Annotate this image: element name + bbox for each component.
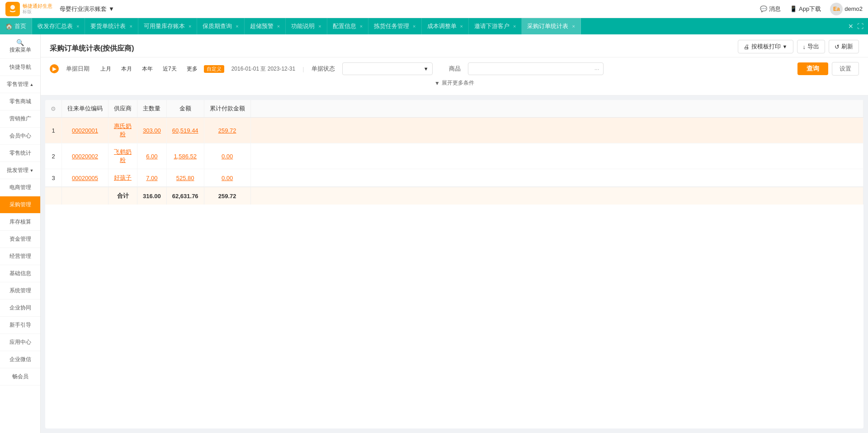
close-icon[interactable]: × <box>572 24 575 29</box>
supplier-code-link[interactable]: 00020002 <box>72 153 98 160</box>
close-icon[interactable]: × <box>318 24 321 29</box>
close-icon[interactable]: × <box>513 24 516 29</box>
tab-order-summary[interactable]: 要货单统计表 × <box>85 18 138 34</box>
sidebar-item-basic-info[interactable]: 基础信息 <box>0 265 40 282</box>
sidebar-item-marketing[interactable]: 营销推广 <box>0 110 40 128</box>
qty-link[interactable]: 303.00 <box>143 127 161 134</box>
sidebar-item-search[interactable]: 🔍 搜索菜单 <box>0 34 40 59</box>
close-icon[interactable]: × <box>236 24 238 29</box>
tab-home[interactable]: 🏠 首页 <box>0 18 32 34</box>
date-filter-label: 单据日期 <box>66 65 90 73</box>
table-footer: 合计 316.00 62,631.76 259.72 <box>45 187 863 205</box>
tab-right-actions: ✕ ⛶ <box>844 18 868 34</box>
close-icon[interactable]: × <box>360 24 363 29</box>
logo-area: 畅捷通好生意 标版 <box>5 2 52 16</box>
sidebar-item-enterprise[interactable]: 企业协同 <box>0 300 40 317</box>
sidebar-item-purchase-mgmt[interactable]: 采购管理 <box>0 196 40 214</box>
sidebar-item-system[interactable]: 系统管理 <box>0 282 40 300</box>
avatar: Ea <box>830 3 843 15</box>
refresh-button[interactable]: ↺ 刷新 <box>829 40 859 53</box>
date-btn-this-month[interactable]: 本月 <box>118 64 136 74</box>
close-icon[interactable]: × <box>277 24 280 29</box>
query-button[interactable]: 查询 <box>797 62 828 75</box>
sidebar-item-inventory[interactable]: 库存核算 <box>0 214 40 231</box>
app-download-btn[interactable]: 📱 App下载 <box>790 5 821 13</box>
paid-link[interactable]: 0.00 <box>222 153 233 160</box>
date-quick-buttons: 上月 本月 本年 近7天 更多 自定义 <box>97 64 224 74</box>
supplier-name-link[interactable]: 飞鹤奶粉 <box>114 148 132 163</box>
table-container: ⚙ 往来单位编码 供应商 主数量 金额 累计付款金额 1 000200 <box>45 100 863 428</box>
col-extra <box>250 100 863 118</box>
refresh-icon: ↺ <box>835 43 840 50</box>
sidebar-item-ecommerce[interactable]: 电商管理 <box>0 179 40 196</box>
close-icon[interactable]: × <box>129 24 132 29</box>
export-icon: ↓ <box>803 43 806 50</box>
close-tab-btn[interactable]: ✕ <box>848 23 854 30</box>
expand-more-button[interactable]: ▼ 展开更多条件 <box>434 79 474 87</box>
amount-link[interactable]: 525.80 <box>176 175 194 181</box>
sidebar-item-app-center[interactable]: 应用中心 <box>0 334 40 351</box>
home-icon: 🏠 <box>5 23 13 30</box>
tab-func-desc[interactable]: 功能说明 × <box>286 18 327 34</box>
paid-link[interactable]: 259.72 <box>218 127 236 134</box>
tab-cost-adjust[interactable]: 成本调整单 × <box>422 18 469 34</box>
footer-summary-label: 合计 <box>108 187 137 205</box>
print-button[interactable]: 🖨 按模板打印 ▼ <box>738 40 793 53</box>
sidebar-item-quick-nav[interactable]: 快捷导航 <box>0 59 40 76</box>
sidebar-item-vip[interactable]: 畅会员 <box>0 368 40 385</box>
close-icon[interactable]: × <box>413 24 415 29</box>
settings-icon[interactable]: ⚙ <box>51 105 56 112</box>
qty-link[interactable]: 7.00 <box>146 175 157 181</box>
close-icon[interactable]: × <box>460 24 463 29</box>
goods-input[interactable]: ··· <box>468 62 604 75</box>
sidebar-item-wholesale-mgmt[interactable]: 批发管理 ▼ <box>0 162 40 179</box>
qty-link[interactable]: 6.00 <box>146 153 157 160</box>
tab-expiry-query[interactable]: 保质期查询 × <box>197 18 244 34</box>
chevron-down-icon: ▼ <box>783 44 788 49</box>
tab-picking-task[interactable]: 拣货任务管理 × <box>368 18 421 34</box>
close-icon[interactable]: × <box>189 24 191 29</box>
tab-config-info[interactable]: 配置信息 × <box>327 18 368 34</box>
tab-invite-downstream[interactable]: 邀请下游客户 × <box>469 18 522 34</box>
collapse-button[interactable]: ▶ <box>50 64 59 73</box>
tab-receive-summary[interactable]: 收发存汇总表 × <box>32 18 85 34</box>
messages-btn[interactable]: 💬 消息 <box>760 5 781 13</box>
sidebar-item-retail-mall[interactable]: 零售商城 <box>0 93 40 110</box>
date-btn-this-year[interactable]: 本年 <box>138 64 156 74</box>
sidebar-item-member[interactable]: 会员中心 <box>0 128 40 145</box>
supplier-code-link[interactable]: 00020005 <box>72 175 98 181</box>
expand-tab-btn[interactable]: ⛶ <box>857 23 863 30</box>
message-icon: 💬 <box>760 5 767 12</box>
date-btn-last-month[interactable]: 上月 <box>97 64 115 74</box>
cell-no: 2 <box>45 143 62 169</box>
supplier-code-link[interactable]: 00020001 <box>72 127 98 134</box>
date-custom-tag[interactable]: 自定义 <box>204 65 224 73</box>
sidebar-item-retail-stats[interactable]: 零售统计 <box>0 145 40 162</box>
paid-link[interactable]: 0.00 <box>222 175 233 181</box>
main-layout: 🔍 搜索菜单 快捷导航 零售管理 ▲ 零售商城 营销推广 会员中心 零售统计 批… <box>0 34 868 433</box>
workspace-selector[interactable]: 母婴行业演示账套 ▼ <box>60 5 114 13</box>
col-settings[interactable]: ⚙ <box>45 100 62 118</box>
status-select[interactable]: ▼ <box>342 62 433 75</box>
user-menu-btn[interactable]: Ea demo2 <box>830 3 863 15</box>
sidebar-item-retail-mgmt[interactable]: 零售管理 ▲ <box>0 76 40 93</box>
sidebar-item-finance[interactable]: 资金管理 <box>0 231 40 248</box>
tab-overstock-warning[interactable]: 超储预警 × <box>245 18 286 34</box>
amount-link[interactable]: 60,519.44 <box>172 127 198 134</box>
amount-link[interactable]: 1,586.52 <box>174 153 197 160</box>
close-icon[interactable]: × <box>76 24 79 29</box>
supplier-name-link[interactable]: 好孩子 <box>114 174 132 181</box>
footer-extra <box>250 187 863 205</box>
sidebar-item-wechat[interactable]: 企业微信 <box>0 351 40 368</box>
supplier-name-link[interactable]: 惠氏奶粉 <box>114 123 132 138</box>
tab-purchase-summary[interactable]: 采购订单统计表 × <box>522 18 580 34</box>
settings-button[interactable]: 设置 <box>832 62 859 76</box>
tab-inventory-ledger[interactable]: 可用量库存账本 × <box>138 18 197 34</box>
page-actions: 🖨 按模板打印 ▼ ↓ 导出 ↺ 刷新 <box>738 40 859 57</box>
date-btn-7days[interactable]: 近7天 <box>159 64 180 74</box>
footer-label <box>62 187 108 205</box>
sidebar-item-operations[interactable]: 经营管理 <box>0 248 40 265</box>
export-button[interactable]: ↓ 导出 <box>797 40 826 53</box>
sidebar-item-guide[interactable]: 新手引导 <box>0 317 40 334</box>
date-btn-more[interactable]: 更多 <box>183 64 201 74</box>
